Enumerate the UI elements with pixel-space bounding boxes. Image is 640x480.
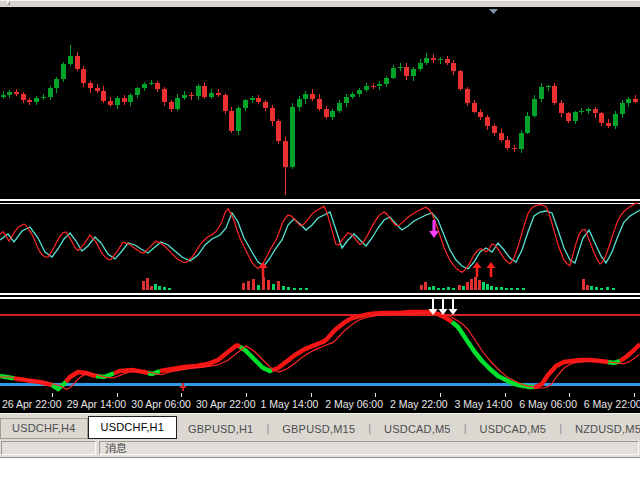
time-axis-label: 30 Apr 22:00 — [196, 398, 256, 410]
toolbar-highlight-line — [0, 0, 640, 1]
time-axis-label: 29 Apr 14:00 — [67, 398, 127, 410]
time-axis-label: 1 May 14:00 — [261, 398, 319, 410]
time-axis-label: 26 Apr 22:00 — [2, 398, 62, 410]
time-axis-label: 2 May 22:00 — [390, 398, 448, 410]
exit-signal-arrows — [429, 299, 458, 315]
status-cell-empty — [1, 441, 96, 455]
time-axis-label: 6 May 06:00 — [519, 398, 577, 410]
chart-tab-usdchf-h4[interactable]: USDCHF,H4 — [0, 418, 88, 439]
tab-separator: | — [366, 422, 373, 440]
chart-tab-bar: USDCHF,H4USDCHF,H1GBPUSD,H1|GBPUSD,M15|U… — [0, 413, 640, 440]
tab-separator: | — [462, 422, 469, 440]
chart-tab-usdchf-h1[interactable]: USDCHF,H1 — [88, 416, 178, 439]
time-axis-label: 2 May 06:00 — [325, 398, 383, 410]
chart-canvas[interactable]: 26 Apr 22:0029 Apr 14:0030 Apr 06:0030 A… — [0, 7, 640, 413]
chart-tab-gbpusd-h1[interactable]: GBPUSD,H1 — [177, 419, 264, 440]
chart-tab-usdcad-m5[interactable]: USDCAD,M5 — [469, 419, 558, 440]
chart-tab-usdcad-m5[interactable]: USDCAD,M5 — [373, 419, 462, 440]
status-bar: 消息 — [0, 440, 640, 458]
time-axis-label: 30 Apr 06:00 — [131, 398, 191, 410]
status-message[interactable]: 消息 — [99, 441, 639, 455]
chart-tab-gbpusd-m15[interactable]: GBPUSD,M15 — [271, 419, 366, 440]
chart-tab-nzdusd-m5[interactable]: NZDUSD,M5 — [564, 419, 640, 440]
toolbar-gripper[interactable] — [7, 1, 10, 5]
tab-separator: | — [264, 422, 271, 440]
upper-level-line — [0, 314, 640, 315]
chart-background — [0, 7, 640, 413]
mt4-terminal-window: { "toolbar": {}, "colors": { "chart_bg":… — [0, 0, 640, 480]
time-axis-label: 3 May 14:00 — [455, 398, 513, 410]
tab-separator: | — [557, 422, 564, 440]
time-axis-label: 6 May 22:00 — [584, 398, 640, 410]
